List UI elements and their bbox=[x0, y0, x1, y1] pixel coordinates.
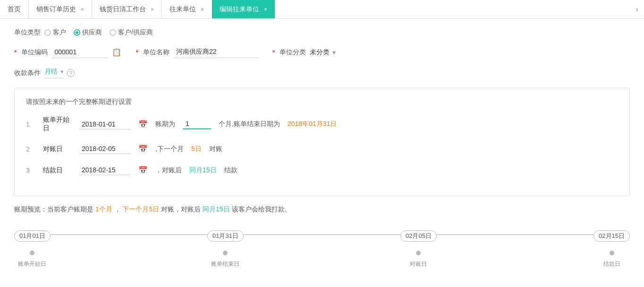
radio-both-circle bbox=[110, 29, 116, 36]
timeline-point-1: 01月31日 账单结束日 bbox=[207, 230, 244, 268]
period-month-input[interactable] bbox=[183, 119, 211, 129]
unit-name-input[interactable] bbox=[173, 46, 258, 58]
payment-terms-row: 收款条件 月结 ▾ ? bbox=[14, 68, 630, 78]
radio-supplier[interactable]: 供应商 bbox=[74, 28, 102, 37]
payment-terms-value: 月结 bbox=[44, 68, 58, 76]
radio-supplier-label: 供应商 bbox=[82, 28, 102, 37]
period-label-2: 对账日 bbox=[43, 145, 71, 153]
unit-type-label: 单位类型 bbox=[14, 28, 41, 37]
unit-code-icon[interactable]: 📋 bbox=[112, 48, 121, 57]
tab-partner-units[interactable]: 往来单位 × bbox=[162, 0, 212, 18]
radio-customer-label: 客户 bbox=[53, 28, 66, 37]
radio-customer-circle bbox=[44, 29, 51, 36]
timeline-badge-3: 02月15日 bbox=[593, 230, 630, 242]
preview-part1: 1个月 bbox=[95, 205, 112, 213]
period-settings-box: 请按照未来的一个完整帐期进行设置 1 账单开始日 📅 账期为 个月,账单结束日期… bbox=[14, 88, 630, 196]
unit-name-star: * bbox=[136, 49, 138, 56]
tab-partner-units-label: 往来单位 bbox=[169, 5, 196, 14]
tab-cash-work[interactable]: 钱货日清工作台 × bbox=[92, 0, 162, 18]
timeline-point-2: 02月05日 对账日 bbox=[400, 230, 437, 268]
period-num-2: 2 bbox=[26, 145, 35, 153]
timeline-dot-3 bbox=[610, 251, 614, 255]
main-content: 单位类型 客户 供应商 客户/供应商 * 单位编码 bbox=[0, 19, 644, 287]
tab-more-button[interactable]: › bbox=[630, 5, 644, 14]
timeline-date-2: 02月05日 bbox=[406, 232, 432, 239]
timeline-date-0: 01月01日 bbox=[19, 232, 45, 239]
payment-terms-arrow-icon: ▾ bbox=[60, 68, 63, 75]
unit-code-group: * 单位编码 📋 bbox=[14, 46, 121, 58]
period-start-calendar-icon[interactable]: 📅 bbox=[138, 120, 148, 129]
preview-part3: 同月15日 bbox=[203, 205, 230, 213]
chevron-down-icon: ▾ bbox=[332, 49, 336, 56]
timeline-dot-0 bbox=[30, 251, 34, 255]
preview-sep1: ， bbox=[114, 205, 121, 213]
timeline-point-3: 02月15日 结款日 bbox=[593, 230, 630, 268]
period-row-1: 1 账单开始日 📅 账期为 个月,账单结束日期为 2018年01月31日 bbox=[26, 116, 618, 133]
tab-home[interactable]: 首页 bbox=[0, 0, 29, 18]
radio-both-label: 客户/供应商 bbox=[118, 28, 153, 37]
tab-sales-history[interactable]: 销售订单历史 × bbox=[29, 0, 92, 18]
tab-sales-history-close[interactable]: × bbox=[81, 6, 84, 13]
unit-code-input[interactable] bbox=[51, 46, 108, 58]
unit-name-group: * 单位名称 bbox=[136, 46, 258, 58]
tab-partner-units-close[interactable]: × bbox=[201, 6, 204, 13]
period-num-3: 3 bbox=[26, 167, 35, 174]
unit-name-label: 单位名称 bbox=[143, 48, 169, 57]
timeline-badge-1: 01月31日 bbox=[207, 230, 244, 242]
tab-bar: 首页 销售订单历史 × 钱货日清工作台 × 往来单位 × 编辑往来单位 × › bbox=[0, 0, 644, 19]
unit-category-value: 未分类 bbox=[310, 48, 330, 57]
period-start-date-input[interactable] bbox=[79, 119, 131, 129]
unit-category-dropdown[interactable]: 未分类 ▾ bbox=[310, 48, 336, 57]
tab-home-label: 首页 bbox=[8, 5, 21, 14]
payment-terms-group: 收款条件 月结 ▾ ? bbox=[14, 68, 75, 78]
payment-terms-select[interactable]: 月结 ▾ bbox=[44, 68, 63, 78]
unit-type-group: 单位类型 客户 供应商 客户/供应商 bbox=[14, 28, 153, 37]
tab-sales-history-label: 销售订单历史 bbox=[36, 5, 76, 14]
timeline-label-3: 结款日 bbox=[603, 260, 620, 268]
timeline-badge-0: 01月01日 bbox=[14, 230, 51, 242]
period-settlement-date-input[interactable] bbox=[79, 165, 131, 175]
period-label-3: 结款日 bbox=[43, 166, 71, 175]
tab-edit-partner-close[interactable]: × bbox=[264, 6, 267, 13]
timeline-date-3: 02月15日 bbox=[599, 232, 625, 239]
help-icon[interactable]: ? bbox=[67, 69, 75, 77]
unit-category-label: 单位分类 bbox=[280, 48, 306, 57]
preview-part2: 下一个月5日 bbox=[122, 205, 159, 213]
timeline-date-1: 01月31日 bbox=[212, 232, 238, 239]
period-suffix-text: 账期为 bbox=[155, 120, 175, 128]
period-reconcile-calendar-icon[interactable]: 📅 bbox=[138, 144, 148, 153]
period-month-unit: 个月,账单结束日期为 bbox=[219, 120, 280, 128]
tab-edit-partner-label: 编辑往来单位 bbox=[220, 5, 259, 14]
timeline-label-1: 账单结束日 bbox=[211, 260, 239, 268]
period-reconcile-day-highlight: 5日 bbox=[191, 145, 202, 153]
unit-type-row: 单位类型 客户 供应商 客户/供应商 bbox=[14, 28, 630, 37]
period-row-3: 3 结款日 📅 ，对账后 同月15日 结款 bbox=[26, 165, 618, 175]
period-settlement-suffix: 结款 bbox=[224, 166, 237, 175]
period-reconcile-date-input[interactable] bbox=[79, 144, 131, 154]
timeline-label-0: 账单开始日 bbox=[18, 260, 46, 268]
radio-supplier-circle bbox=[74, 29, 80, 36]
period-label-1: 账单开始日 bbox=[43, 116, 71, 133]
timeline-badge-2: 02月05日 bbox=[400, 230, 437, 242]
unit-category-star: * bbox=[272, 49, 275, 56]
timeline-points: 01月01日 账单开始日 01月31日 账单结束日 02月05日 对账日 bbox=[14, 230, 630, 268]
preview-middle: 对账，对账后 bbox=[161, 205, 201, 213]
radio-group: 客户 供应商 客户/供应商 bbox=[44, 28, 153, 37]
timeline-dot-1 bbox=[223, 251, 228, 255]
period-settlement-calendar-icon[interactable]: 📅 bbox=[138, 166, 148, 175]
unit-code-label: 单位编码 bbox=[21, 48, 48, 57]
unit-category-group: * 单位分类 未分类 ▾ bbox=[272, 48, 336, 57]
timeline-label-2: 对账日 bbox=[410, 260, 427, 268]
tab-cash-work-label: 钱货日清工作台 bbox=[100, 5, 146, 14]
preview-end: 该客户会给我打款。 bbox=[232, 205, 291, 213]
timeline-dot-2 bbox=[416, 251, 421, 255]
period-num-1: 1 bbox=[26, 120, 35, 128]
preview-text: 账期预览：当前客户账期是 1个月 ， 下一个月5日 对账，对账后 同月15日 该… bbox=[14, 204, 630, 214]
period-settlement-prefix: ，对账后 bbox=[155, 166, 182, 175]
radio-both[interactable]: 客户/供应商 bbox=[110, 28, 153, 37]
period-reconcile-prefix: ,下一个月 bbox=[155, 145, 184, 153]
radio-customer[interactable]: 客户 bbox=[44, 28, 66, 37]
tab-cash-work-close[interactable]: × bbox=[151, 6, 154, 13]
period-title: 请按照未来的一个完整帐期进行设置 bbox=[26, 98, 618, 106]
tab-edit-partner[interactable]: 编辑往来单位 × bbox=[212, 0, 275, 18]
